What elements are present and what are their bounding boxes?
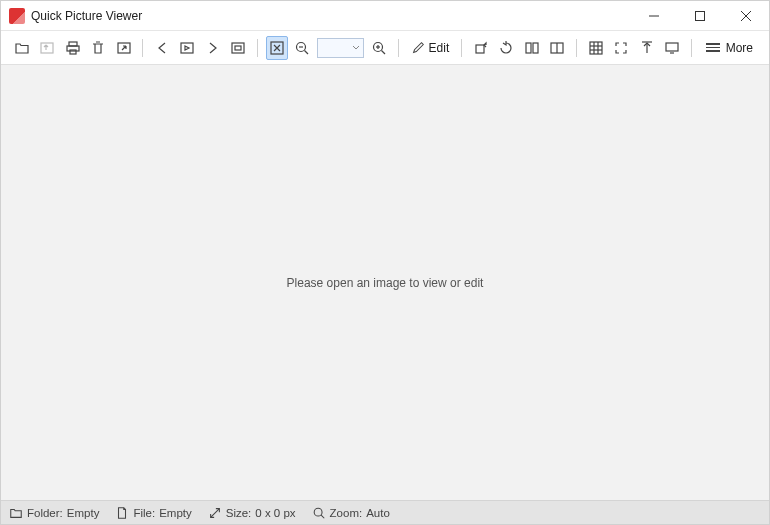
pin-top-button[interactable] — [636, 36, 657, 60]
status-folder: Folder: Empty — [9, 506, 99, 520]
titlebar: Quick Picture Viewer — [1, 1, 769, 31]
toolbar: Edit More — [1, 31, 769, 65]
image-canvas: Please open an image to view or edit — [1, 65, 769, 500]
rotate-left-button[interactable] — [470, 36, 491, 60]
svg-rect-4 — [41, 43, 53, 53]
status-folder-value: Empty — [67, 507, 100, 519]
maximize-button[interactable] — [677, 1, 723, 31]
svg-rect-31 — [666, 43, 678, 51]
more-button[interactable]: More — [700, 36, 759, 60]
separator-icon — [257, 39, 258, 57]
fullscreen-button[interactable] — [610, 36, 631, 60]
window-title: Quick Picture Viewer — [31, 9, 142, 23]
status-size-value: 0 x 0 px — [255, 507, 295, 519]
svg-rect-11 — [235, 46, 241, 50]
separator-icon — [461, 39, 462, 57]
separator-icon — [576, 39, 577, 57]
desktop-button[interactable] — [661, 36, 682, 60]
open-file-button[interactable] — [11, 36, 32, 60]
status-zoom-label: Zoom: — [330, 507, 363, 519]
rotate-right-button[interactable] — [496, 36, 517, 60]
screenshot-button[interactable] — [228, 36, 249, 60]
empty-message: Please open an image to view or edit — [287, 276, 484, 290]
svg-rect-21 — [526, 43, 531, 53]
svg-rect-22 — [533, 43, 538, 53]
zoom-out-button[interactable] — [292, 36, 313, 60]
slideshow-button[interactable] — [177, 36, 198, 60]
save-as-button[interactable] — [36, 36, 57, 60]
window-controls — [631, 1, 769, 31]
status-file: File: Empty — [115, 506, 191, 520]
separator-icon — [142, 39, 143, 57]
svg-rect-10 — [232, 43, 244, 53]
separator-icon — [691, 39, 692, 57]
edit-button[interactable]: Edit — [407, 36, 454, 60]
size-icon — [208, 506, 222, 520]
svg-rect-1 — [696, 11, 705, 20]
delete-button[interactable] — [87, 36, 108, 60]
hamburger-icon — [706, 43, 720, 51]
svg-rect-24 — [590, 42, 602, 54]
svg-line-34 — [321, 515, 324, 518]
status-file-label: File: — [133, 507, 155, 519]
status-zoom: Zoom: Auto — [312, 506, 390, 520]
zoom-in-button[interactable] — [368, 36, 389, 60]
status-bar: Folder: Empty File: Empty Size: 0 x 0 px… — [1, 500, 769, 524]
print-button[interactable] — [62, 36, 83, 60]
svg-line-17 — [381, 50, 385, 54]
status-size: Size: 0 x 0 px — [208, 506, 296, 520]
grid-button[interactable] — [585, 36, 606, 60]
flip-v-button[interactable] — [547, 36, 568, 60]
status-file-value: Empty — [159, 507, 192, 519]
zoom-select[interactable] — [317, 38, 364, 58]
folder-icon — [9, 506, 23, 520]
svg-rect-20 — [476, 45, 484, 53]
status-folder-label: Folder: — [27, 507, 63, 519]
svg-rect-7 — [70, 50, 76, 54]
flip-h-button[interactable] — [521, 36, 542, 60]
fit-window-button[interactable] — [266, 36, 288, 60]
next-button[interactable] — [202, 36, 223, 60]
minimize-button[interactable] — [631, 1, 677, 31]
separator-icon — [398, 39, 399, 57]
svg-rect-9 — [181, 43, 193, 53]
close-button[interactable] — [723, 1, 769, 31]
svg-point-33 — [314, 508, 322, 516]
status-zoom-value: Auto — [366, 507, 390, 519]
svg-line-14 — [305, 50, 309, 54]
more-label: More — [726, 41, 753, 55]
file-icon — [115, 506, 129, 520]
external-button[interactable] — [113, 36, 134, 60]
zoom-icon — [312, 506, 326, 520]
edit-label: Edit — [429, 41, 450, 55]
prev-button[interactable] — [151, 36, 172, 60]
app-icon — [9, 8, 25, 24]
status-size-label: Size: — [226, 507, 252, 519]
